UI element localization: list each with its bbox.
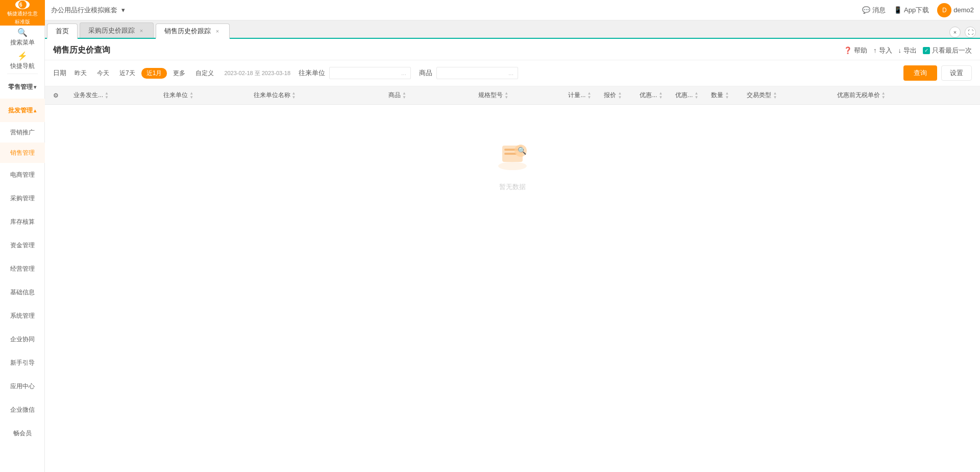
sidebar-item-ecommerce[interactable]: 电商管理 [0,163,45,186]
app-download-label: App下载 [904,6,929,15]
sort-icon: ▲▼ [694,91,698,99]
tab-home[interactable]: 首页 [47,23,78,39]
tab-close-purchase[interactable]: × [138,27,145,34]
th-discount1-label: 优惠... [640,91,657,100]
sidebar-item-operations[interactable]: 经营管理 [0,257,45,280]
sidebar-item-enterprise[interactable]: 企业协同 [0,327,45,351]
setting-button[interactable]: 设置 [941,65,972,81]
date-btn-last7days[interactable]: 近7天 [115,68,139,79]
tab-purchase-history[interactable]: 采购历史价跟踪 × [80,22,154,38]
th-quote-price[interactable]: 报价 ▲▼ [604,91,640,100]
sidebar-item-basic[interactable]: 基础信息 [0,280,45,304]
import-icon: ↑ [873,46,877,54]
sidebar-section-label: 批发管理 [8,106,33,115]
sidebar-item-membership[interactable]: 畅会员 [0,421,45,445]
date-filter-group: 日期 昨天 今天 近7天 近1月 更多 自定义 2023-02-18 至 202… [53,68,290,79]
tabbar-actions: × ⛶ [949,27,980,38]
sidebar-item-retail[interactable]: 零售管理 ▾ [0,75,45,99]
product-input[interactable]: ... [436,67,518,79]
sidebar-section-label: 零售管理 [8,83,33,91]
sidebar-item-purchase[interactable]: 采购管理 [0,186,45,210]
sort-icon: ▲▼ [189,91,193,99]
sidebar-item-label: 搜索菜单 [10,38,35,47]
th-spec-label: 规格型号 [478,91,503,100]
sort-icon: ▲▼ [773,91,777,99]
sidebar-item-newuser[interactable]: 新手引导 [0,351,45,374]
only-last-checkbox-label[interactable]: ✓ 只看最后一次 [923,46,972,55]
th-gear[interactable]: ⚙ [53,92,74,99]
help-button[interactable]: ❓ 帮助 [844,46,867,55]
sidebar-item-label: 电商管理 [10,171,35,179]
partner-label: 往来单位 [299,68,325,78]
date-btn-last1month[interactable]: 近1月 [141,68,167,79]
search-icon: 🔍 [17,28,28,37]
user-avatar: D [937,3,951,17]
tab-sales-history[interactable]: 销售历史价跟踪 × [156,23,230,39]
app-logo[interactable]: 6 畅捷通好生意 标准版 [0,0,45,26]
sidebar-item-search[interactable]: 🔍 搜索菜单 [0,26,45,49]
sidebar-item-system[interactable]: 系统管理 [0,304,45,327]
tab-label: 销售历史价跟踪 [164,27,211,36]
close-all-tabs-button[interactable]: × [949,27,961,38]
th-unit-code[interactable]: 往来单位 ▲▼ [163,91,253,100]
sidebar-item-label: 系统管理 [10,312,35,320]
table-header: ⚙ 业务发生... ▲▼ 往来单位 ▲▼ 往来单位名称 ▲▼ 商品 ▲▼ [45,86,980,105]
company-title: 办公用品行业模拟账套 [51,6,117,15]
sidebar-item-label: 营销推广 [10,128,35,137]
sidebar-item-wechat[interactable]: 企业微信 [0,398,45,421]
th-product[interactable]: 商品 ▲▼ [388,91,478,100]
sort-icon: ▲▼ [402,91,406,99]
th-discount1[interactable]: 优惠... ▲▼ [640,91,675,100]
th-trade-type[interactable]: 交易类型 ▲▼ [747,91,837,100]
query-button[interactable]: 查询 [903,65,937,81]
empty-text: 暂无数据 [499,182,526,192]
th-unit-name[interactable]: 往来单位名称 ▲▼ [254,91,388,100]
product-dots: ... [508,69,513,77]
sidebar-item-sales[interactable]: 销售管理 [0,143,45,163]
th-unit-name-label: 往来单位名称 [254,91,290,100]
export-button[interactable]: ↓ 导出 [898,46,917,55]
page-title: 销售历史价查询 [53,45,110,56]
th-biz-date-label: 业务发生... [74,91,103,100]
maximize-button[interactable]: ⛶ [965,27,976,38]
th-discount2[interactable]: 优惠... ▲▼ [675,91,711,100]
user-menu[interactable]: D demo2 [937,3,974,17]
export-label: 导出 [903,46,917,55]
svg-point-2 [498,162,527,170]
empty-state: 🔍 暂无数据 [45,105,980,222]
product-filter-group: 商品 ... [419,67,518,79]
sidebar-item-finance[interactable]: 资金管理 [0,233,45,257]
th-quantity[interactable]: 数量 ▲▼ [711,91,747,100]
sort-icon: ▲▼ [725,91,729,99]
import-button[interactable]: ↑ 导入 [873,46,892,55]
date-btn-custom[interactable]: 自定义 [191,68,218,79]
sidebar-item-inventory[interactable]: 库存核算 [0,210,45,233]
message-button[interactable]: 💬 消息 [862,6,886,15]
sidebar-item-label: 资金管理 [10,241,35,250]
filter-bar: 日期 昨天 今天 近7天 近1月 更多 自定义 2023-02-18 至 202… [45,60,980,86]
company-dropdown[interactable]: ▾ [121,6,125,14]
sidebar-item-label: 库存核算 [10,218,35,226]
only-last-label: 只看最后一次 [932,46,972,55]
th-biz-date[interactable]: 业务发生... ▲▼ [74,91,163,100]
svg-text:🔍: 🔍 [518,147,527,155]
checkbox-teal-icon: ✓ [923,47,930,54]
sidebar-item-appstore[interactable]: 应用中心 [0,374,45,398]
date-btn-today[interactable]: 今天 [93,68,113,79]
sidebar-item-marketing[interactable]: 营销推广 [0,122,45,143]
th-measure[interactable]: 计量... ▲▼ [568,91,604,100]
tab-close-sales[interactable]: × [214,28,221,35]
sidebar-item-quicknav[interactable]: ⚡ 快捷导航 [0,49,45,73]
sort-icon: ▲▼ [504,91,508,99]
sidebar-item-label: 基础信息 [10,288,35,297]
date-btn-yesterday[interactable]: 昨天 [70,68,91,79]
message-label: 消息 [872,6,886,15]
sort-icon: ▲▼ [587,91,591,99]
date-btn-more[interactable]: 更多 [169,68,189,79]
topbar-left: 办公用品行业模拟账套 ▾ [51,6,125,15]
sidebar-item-wholesale[interactable]: 批发管理 ▴ [0,99,45,122]
th-spec[interactable]: 规格型号 ▲▼ [478,91,568,100]
th-notax-price[interactable]: 优惠前无税单价 ▲▼ [837,91,972,100]
partner-input[interactable]: ... [329,67,411,79]
app-download-button[interactable]: 📱 App下载 [894,6,929,15]
